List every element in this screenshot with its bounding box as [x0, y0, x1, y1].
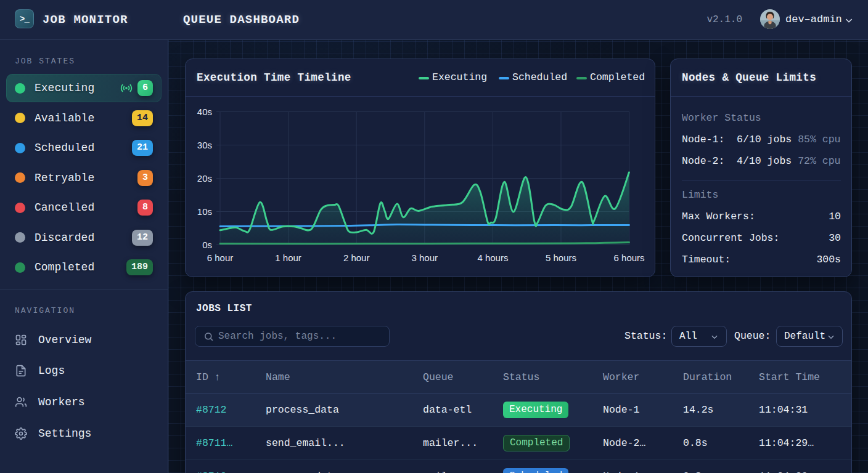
svg-text:5 hours: 5 hours — [546, 253, 576, 263]
svg-text:3 hour: 3 hour — [412, 253, 438, 263]
svg-text:30s: 30s — [197, 140, 212, 150]
svg-text:6 hour: 6 hour — [207, 253, 234, 263]
svg-text:1 hour: 1 hour — [275, 253, 301, 263]
svg-text:0s: 0s — [202, 240, 212, 250]
svg-text:4 hours: 4 hours — [477, 253, 508, 263]
svg-text:6 hours: 6 hours — [614, 253, 645, 263]
svg-text:2 hour: 2 hour — [343, 253, 370, 263]
svg-text:10s: 10s — [197, 206, 212, 217]
svg-text:20s: 20s — [197, 173, 212, 184]
svg-text:40s: 40s — [197, 107, 212, 117]
